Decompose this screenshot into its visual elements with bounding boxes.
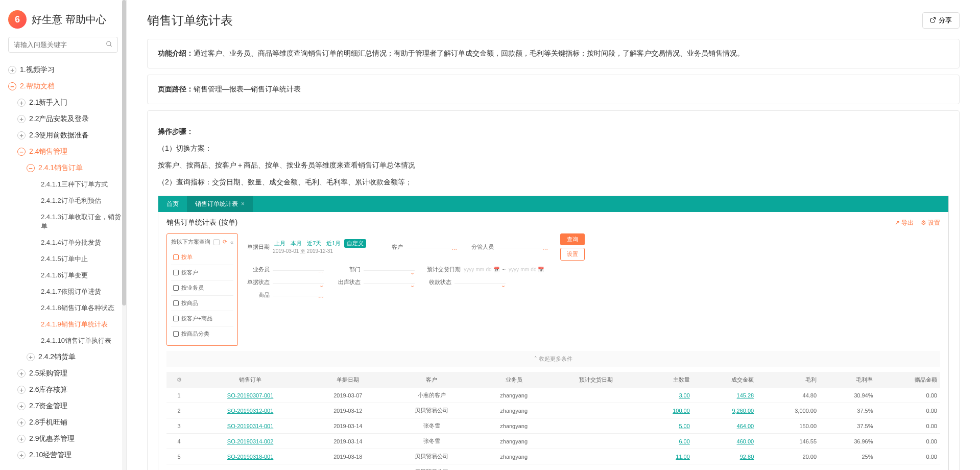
share-icon	[930, 17, 936, 25]
f-paystatus-input[interactable]: ⌄	[455, 281, 506, 284]
plus-icon[interactable]: +	[17, 435, 26, 443]
scheme-item[interactable]: 按单	[171, 250, 233, 265]
collapse-icon[interactable]: «	[230, 239, 233, 245]
f-status-input[interactable]: ⌄	[273, 281, 324, 284]
sidebar-item[interactable]: −2.4销售管理	[8, 144, 126, 160]
ss-tab-report[interactable]: 销售订单统计表×	[187, 196, 253, 212]
ss-export-button[interactable]: ↗导出	[895, 218, 914, 227]
refresh-icon[interactable]: ⟳	[223, 239, 227, 245]
plus-icon[interactable]: +	[17, 131, 26, 139]
sidebar-item-label: 2.4.2销货单	[38, 353, 76, 362]
order-link[interactable]: SO-20190314-002	[192, 434, 309, 449]
order-link[interactable]: SO-20190312-001	[192, 403, 309, 418]
plus-icon[interactable]: +	[27, 353, 35, 361]
f-expect-to[interactable]: yyyy-mm-dd📅	[509, 267, 544, 272]
order-link[interactable]: SO-20190314-001	[192, 418, 309, 434]
sidebar-item-label: 2.1新手入门	[29, 98, 67, 107]
minus-icon[interactable]: −	[8, 82, 16, 90]
sidebar-item[interactable]: 2.4.1.10销售订单执行表	[8, 333, 126, 349]
f-customer-input[interactable]: ⋯	[406, 246, 457, 248]
step2: （2）查询指标：交货日期、数量、成交金额、毛利、毛利率、累计收款金额等；	[158, 176, 949, 189]
sidebar-item-label: 2.4.1.7依照订单进货	[41, 287, 101, 296]
scheme-item[interactable]: 按业务员	[171, 280, 233, 296]
sidebar-item[interactable]: +2.9优惠券管理	[8, 431, 126, 447]
sidebar-item[interactable]: 2.4.1.3订单收取订金，销货单	[8, 209, 126, 234]
f-expect-from[interactable]: yyyy-mm-dd📅	[464, 267, 499, 272]
collapse-conditions[interactable]: ˄ 收起更多条件	[166, 351, 940, 367]
f-dept-input[interactable]: ⌄	[364, 268, 415, 271]
close-icon[interactable]: ×	[241, 200, 245, 207]
share-button[interactable]: 分享	[922, 12, 960, 29]
scheme-panel: 按以下方案查询 ⟳ « 按单按客户按业务员按商品按客户+商品按商品分类	[166, 233, 238, 346]
sidebar-item[interactable]: 2.4.1.9销售订单统计表	[8, 316, 126, 333]
sidebar-item[interactable]: 2.4.1.2订单毛利预估	[8, 193, 126, 209]
order-link[interactable]: SO-20190513-001	[192, 464, 309, 470]
f-outstatus-input[interactable]: ⌄	[364, 281, 415, 284]
sidebar-item[interactable]: 2.4.1.8销售订单各种状态	[8, 300, 126, 316]
sidebar-item[interactable]: +2.4.2销货单	[8, 349, 126, 365]
sidebar-item[interactable]: +2.5采购管理	[8, 365, 126, 382]
share-label: 分享	[939, 16, 952, 25]
ss-setting-button[interactable]: ⚙设置	[921, 218, 940, 227]
order-link[interactable]: SO-20190307-001	[192, 388, 309, 403]
table-header: 预计交货日期	[552, 372, 641, 388]
add-scheme-icon[interactable]	[213, 239, 220, 245]
sidebar-item[interactable]: −2.4.1销售订单	[8, 160, 126, 176]
ss-tab-home[interactable]: 首页	[158, 196, 187, 212]
sidebar-item[interactable]: 2.4.1.5订单中止	[8, 251, 126, 267]
sidebar-item[interactable]: −2.帮助文档	[8, 78, 126, 95]
scheme-item[interactable]: 按客户	[171, 265, 233, 280]
sidebar-scrollbar[interactable]	[122, 0, 126, 470]
date-btn[interactable]: 上月	[273, 239, 287, 248]
gear-icon: ⚙	[921, 219, 926, 226]
f-responsible-input[interactable]: ⋯	[497, 246, 548, 248]
sidebar-item-label: 2.7资金管理	[29, 402, 67, 411]
scheme-item[interactable]: 按客户+商品	[171, 311, 233, 326]
table-row: 1SO-20190307-0012019-03-07小葱的客户zhangyang…	[166, 388, 940, 403]
sidebar-item[interactable]: +2.2产品安装及登录	[8, 111, 126, 127]
sidebar-item[interactable]: 2.4.1.6订单变更	[8, 267, 126, 284]
scheme-icon	[173, 285, 179, 291]
plus-icon[interactable]: +	[17, 418, 26, 427]
search-icon[interactable]	[106, 40, 113, 49]
date-btn[interactable]: 近1月	[325, 239, 342, 248]
sidebar-item[interactable]: +1.视频学习	[8, 62, 126, 78]
search-input[interactable]	[8, 37, 118, 53]
sidebar-item[interactable]: +2.8手机旺铺	[8, 414, 126, 431]
plus-icon[interactable]: +	[17, 369, 26, 378]
minus-icon[interactable]: −	[27, 164, 35, 172]
filter-area: 单据日期 上月 本月 近7天 近1月 自定义 2019	[245, 233, 940, 346]
date-btn-custom[interactable]: 自定义	[344, 239, 366, 248]
sidebar-item-label: 2.2产品安装及登录	[29, 114, 89, 124]
plus-icon[interactable]: +	[17, 386, 26, 394]
gear-icon[interactable]: ⚙	[166, 372, 192, 388]
sidebar-item[interactable]: +2.6库存核算	[8, 382, 126, 398]
sidebar-item[interactable]: 2.4.1.4订单分批发货	[8, 234, 126, 251]
minus-icon[interactable]: −	[17, 148, 26, 156]
date-btn[interactable]: 本月	[289, 239, 303, 248]
plus-icon[interactable]: +	[8, 66, 16, 74]
sidebar-item[interactable]: 2.4.1.7依照订单进货	[8, 284, 126, 300]
date-btn[interactable]: 近7天	[305, 239, 323, 248]
f-salesman-input[interactable]: ⋯	[273, 268, 324, 271]
sidebar-item[interactable]: 2.4.1.1三种下订单方式	[8, 176, 126, 193]
plus-icon[interactable]: +	[17, 99, 26, 107]
scheme-item[interactable]: 按商品	[171, 296, 233, 311]
steps-title: 操作步骤：	[158, 125, 949, 138]
plus-icon[interactable]: +	[17, 402, 26, 410]
order-link[interactable]: SO-20190318-001	[192, 449, 309, 464]
f-status-label: 单据状态	[245, 278, 270, 286]
f-product-input[interactable]: ⋯	[273, 294, 324, 296]
sidebar-item[interactable]: +2.7资金管理	[8, 398, 126, 414]
sidebar-item[interactable]: +2.10经营管理	[8, 447, 126, 463]
plus-icon[interactable]: +	[17, 115, 26, 123]
calendar-icon: 📅	[538, 267, 544, 272]
sidebar: 6 好生意 帮助中心 +1.视频学习−2.帮助文档+2.1新手入门+2.2产品安…	[0, 0, 127, 470]
sidebar-item[interactable]: +2.1新手入门	[8, 95, 126, 111]
table-row: 5SO-20190318-0012019-03-18贝贝贸易公司zhangyan…	[166, 449, 940, 464]
sidebar-item[interactable]: +2.3使用前数据准备	[8, 127, 126, 144]
set-button[interactable]: 设置	[560, 248, 585, 261]
query-button[interactable]: 查询	[560, 233, 585, 245]
plus-icon[interactable]: +	[17, 451, 26, 459]
scheme-item[interactable]: 按商品分类	[171, 326, 233, 341]
